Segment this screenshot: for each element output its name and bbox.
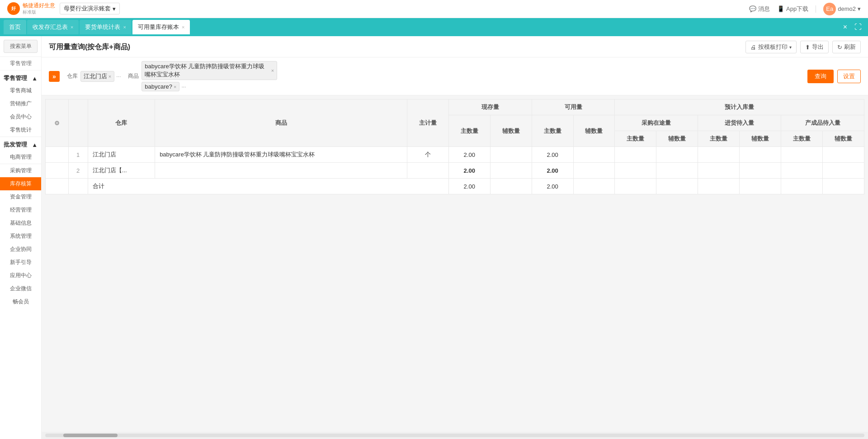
available-header: 可用量 bbox=[532, 99, 615, 115]
warehouse-tag-label: 江北门店 bbox=[84, 72, 107, 80]
sidebar-item-inventory[interactable]: 库存核算 bbox=[0, 177, 41, 190]
app-download-button[interactable]: 📱 App下载 bbox=[777, 5, 808, 13]
row2-warehouse: 江北门店【... bbox=[88, 163, 155, 179]
sidebar-item-appstore[interactable]: 应用中心 bbox=[0, 269, 41, 282]
sidebar-search-area: 搜索菜单 bbox=[0, 36, 41, 57]
tab-keyongliang-label: 可用量库存账本 bbox=[138, 23, 179, 31]
stock-aux-header: 辅数量 bbox=[490, 115, 532, 147]
footer-scrollbar bbox=[42, 432, 868, 439]
scrollbar-track[interactable] bbox=[45, 434, 864, 437]
row1-num: 1 bbox=[68, 147, 88, 163]
print-template-button[interactable]: 🖨 按模板打印 ▾ bbox=[745, 41, 797, 53]
tab-shoufacun[interactable]: 收发存汇总表 × bbox=[27, 20, 79, 34]
sidebar-item-quick-nav[interactable]: 零售管理 bbox=[0, 57, 41, 71]
product-tag2-label: babycare? bbox=[145, 83, 172, 90]
sidebar-item-finance[interactable]: 资金管理 bbox=[0, 190, 41, 203]
mainunit-header: 主计量 bbox=[407, 99, 448, 147]
sidebar-item-purchase[interactable]: 采购管理 bbox=[0, 164, 41, 177]
warehouse-filter-tags: 江北门店 × ··· bbox=[80, 71, 121, 82]
row2-num: 2 bbox=[68, 163, 88, 179]
row2-pur-main bbox=[615, 163, 656, 179]
username-label: demo2 bbox=[838, 5, 856, 12]
sidebar-item-members[interactable]: 会员中心 bbox=[0, 110, 41, 123]
product-filter-group: 商品 babycare学饮杯 儿童防摔防撞吸管杯重力球吸嘴杯宝宝水杯 × bab… bbox=[128, 61, 277, 91]
row2-gear bbox=[46, 163, 69, 179]
row2-inb-aux bbox=[740, 163, 781, 179]
top-bar-right: 💬 消息 📱 App下载 Ea demo2 ▾ bbox=[749, 3, 861, 15]
sidebar-item-basics[interactable]: 基础信息 bbox=[0, 217, 41, 230]
tab-yaohuo-close[interactable]: × bbox=[123, 24, 126, 30]
gear-header[interactable]: ⚙ bbox=[46, 99, 69, 147]
page-actions: 🖨 按模板打印 ▾ ⬆ 导出 ↻ 刷新 bbox=[745, 41, 861, 53]
product-tag-label: babycare学饮杯 儿童防摔防撞吸管杯重力球吸嘴杯宝宝水杯 bbox=[145, 62, 270, 79]
chevron-down-icon: ▾ bbox=[113, 5, 116, 12]
close-all-button[interactable]: × bbox=[840, 22, 850, 32]
sidebar-item-retail-stats[interactable]: 零售统计 bbox=[0, 123, 41, 137]
sidebar: 搜索菜单 零售管理 零售管理 ▲ 零售商城 营销推广 会员中心 零售统计 批发管… bbox=[0, 36, 42, 439]
inbound-aux-header: 辅数量 bbox=[740, 131, 781, 147]
message-button[interactable]: 💬 消息 bbox=[749, 5, 770, 13]
sidebar-group-wholesale-label: 批发管理 bbox=[4, 141, 27, 149]
page-header: 可用量查询(按仓库+商品) 🖨 按模板打印 ▾ ⬆ 导出 ↻ 刷新 bbox=[42, 36, 868, 57]
tab-keyongliang-close[interactable]: × bbox=[182, 24, 184, 30]
sidebar-item-operations[interactable]: 经营管理 bbox=[0, 203, 41, 217]
search-menu-button[interactable]: 搜索菜单 bbox=[4, 40, 38, 53]
total-avail-main: 2.00 bbox=[532, 179, 573, 194]
row1-warehouse: 江北门店 bbox=[88, 147, 155, 163]
row2-pur-aux bbox=[656, 163, 698, 179]
main-layout: 搜索菜单 零售管理 零售管理 ▲ 零售商城 营销推广 会员中心 零售统计 批发管… bbox=[0, 36, 868, 439]
tab-keyongliang[interactable]: 可用量库存账本 × bbox=[132, 20, 190, 34]
sidebar-item-newbie[interactable]: 新手引导 bbox=[0, 256, 41, 269]
product-tag-babycare2: babycare? × bbox=[142, 82, 179, 91]
row2-avail-main: 2.00 bbox=[532, 163, 573, 179]
product-filter-tags: babycare学饮杯 儿童防摔防撞吸管杯重力球吸嘴杯宝宝水杯 × babyca… bbox=[142, 61, 277, 91]
remove-warehouse-tag-button[interactable]: × bbox=[108, 74, 111, 79]
export-label: 导出 bbox=[812, 43, 824, 51]
user-area[interactable]: Ea demo2 ▾ bbox=[823, 3, 861, 15]
row1-pur-main bbox=[615, 147, 656, 163]
setting-button[interactable]: 设置 bbox=[837, 70, 861, 83]
chevron-down-icon: ▾ bbox=[858, 5, 861, 12]
remove-product-tag-button[interactable]: × bbox=[271, 68, 274, 73]
row2-stock-main: 2.00 bbox=[448, 163, 490, 179]
collapse-icon: ▲ bbox=[32, 75, 38, 82]
sidebar-item-wechat[interactable]: 企业微信 bbox=[0, 282, 41, 295]
industry-select[interactable]: 母婴行业演示账套 ▾ bbox=[60, 3, 120, 14]
export-icon: ⬆ bbox=[805, 44, 810, 51]
sidebar-item-member-plus[interactable]: 畅会员 bbox=[0, 295, 41, 308]
sidebar-item-ecommerce[interactable]: 电商管理 bbox=[0, 151, 41, 164]
sidebar-item-marketing[interactable]: 营销推广 bbox=[0, 97, 41, 110]
sidebar-item-retail-mall[interactable]: 零售商城 bbox=[0, 84, 41, 97]
row1-avail-aux bbox=[573, 147, 615, 163]
rownum-header bbox=[68, 99, 88, 147]
sidebar-group-retail-header[interactable]: 零售管理 ▲ bbox=[0, 71, 41, 84]
fullscreen-button[interactable]: ⛶ bbox=[852, 22, 864, 32]
nav-right-buttons: × ⛶ bbox=[840, 22, 864, 32]
avatar: Ea bbox=[823, 3, 836, 15]
refresh-button[interactable]: ↻ 刷新 bbox=[832, 41, 861, 53]
filter-expand-button[interactable]: » bbox=[49, 71, 60, 82]
query-button[interactable]: 查询 bbox=[807, 70, 834, 83]
content-area: 可用量查询(按仓库+商品) 🖨 按模板打印 ▾ ⬆ 导出 ↻ 刷新 » bbox=[42, 36, 868, 439]
row2-prod-aux bbox=[822, 163, 864, 179]
total-inb-main bbox=[698, 179, 740, 194]
product-more-button[interactable]: ··· bbox=[181, 84, 186, 90]
purchase-main-header: 主数量 bbox=[615, 131, 656, 147]
total-prod-main bbox=[781, 179, 823, 194]
data-table: ⚙ 仓库 商品 主计量 现存量 可用量 预计入库量 主数量 辅数量 主数量 辅数… bbox=[45, 99, 864, 194]
export-button[interactable]: ⬆ 导出 bbox=[800, 41, 829, 53]
tab-yaohuo[interactable]: 要货单统计表 × bbox=[80, 20, 131, 34]
app-download-label: App下载 bbox=[786, 5, 808, 13]
sidebar-item-system[interactable]: 系统管理 bbox=[0, 230, 41, 243]
row2-prod-main bbox=[781, 163, 823, 179]
tab-home[interactable]: 首页 bbox=[4, 20, 26, 34]
scrollbar-thumb[interactable] bbox=[63, 434, 118, 437]
tab-shoufacun-close[interactable]: × bbox=[71, 24, 73, 30]
sidebar-group-wholesale-header[interactable]: 批发管理 ▲ bbox=[0, 137, 41, 151]
sidebar-item-collab[interactable]: 企业协同 bbox=[0, 243, 41, 256]
logo-icon: 好 bbox=[7, 2, 20, 15]
table-container: ⚙ 仓库 商品 主计量 现存量 可用量 预计入库量 主数量 辅数量 主数量 辅数… bbox=[42, 95, 868, 432]
remove-product-tag2-button[interactable]: × bbox=[174, 84, 176, 90]
warehouse-more-button[interactable]: ··· bbox=[116, 73, 121, 80]
product-filter-label: 商品 bbox=[128, 72, 139, 80]
